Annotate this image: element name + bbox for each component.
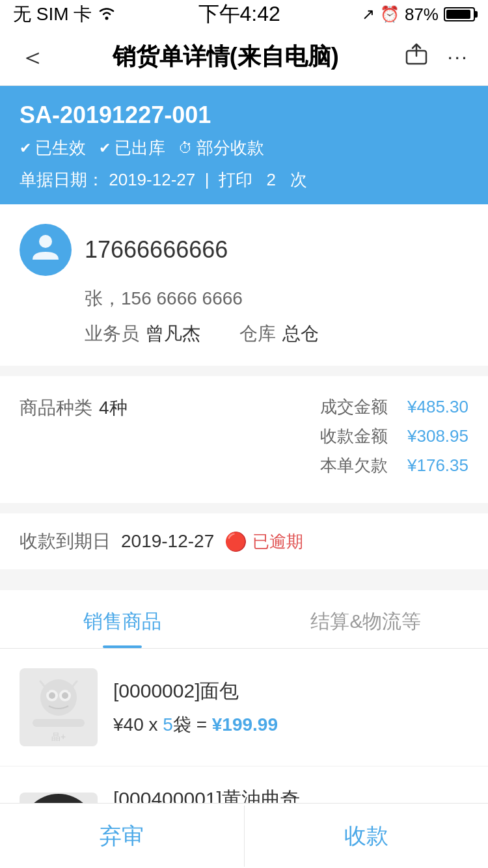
debt-row: 本单欠款 ¥176.35 bbox=[320, 454, 468, 477]
page-title: 销货单详情(来自电脑) bbox=[113, 41, 339, 73]
svg-point-3 bbox=[40, 679, 77, 716]
overdue-icon: 🔴 bbox=[224, 531, 247, 552]
received-value: ¥308.95 bbox=[407, 426, 468, 446]
deal-value: ¥485.30 bbox=[407, 397, 468, 417]
received-row: 收款金额 ¥308.95 bbox=[320, 425, 468, 448]
header-date-line: 单据日期： 2019-12-27 | 打印 2 次 bbox=[20, 169, 468, 191]
check-icon-2: ✔ bbox=[99, 140, 111, 157]
location-icon: ↗ bbox=[362, 5, 375, 23]
deal-label: 成交金额 bbox=[320, 396, 388, 418]
svg-point-6 bbox=[49, 692, 55, 699]
date-label: 单据日期： bbox=[20, 170, 104, 189]
customer-meta: 业务员 曾凡杰 仓库 总仓 bbox=[85, 321, 468, 346]
status-time: 下午4:42 bbox=[198, 0, 280, 29]
section-divider bbox=[0, 580, 488, 590]
sales-item: 业务员 曾凡杰 bbox=[85, 321, 200, 346]
battery-percent: 87% bbox=[405, 5, 439, 25]
due-section: 收款到期日 2019-12-27 🔴 已逾期 bbox=[0, 513, 488, 569]
check-icon-1: ✔ bbox=[20, 140, 31, 157]
badge-shipped: ✔ 已出库 bbox=[99, 137, 165, 159]
status-bar: 无 SIM 卡 下午4:42 ↗ ⏰ 87% bbox=[0, 0, 488, 29]
more-icon[interactable]: ··· bbox=[447, 45, 468, 69]
deal-row: 成交金额 ¥485.30 bbox=[320, 396, 468, 418]
tabs-row: 销售商品 结算&物流等 bbox=[0, 590, 488, 649]
list-item: 晶+ [0000002]面包 ¥40 x 5袋 = ¥199.99 bbox=[0, 649, 488, 766]
total-1: ¥199.99 bbox=[212, 714, 278, 735]
wifi-icon bbox=[97, 4, 116, 25]
order-id: SA-20191227-001 bbox=[20, 102, 468, 129]
person-icon bbox=[30, 231, 61, 269]
customer-section: 17666666666 张，156 6666 6666 业务员 曾凡杰 仓库 总… bbox=[0, 204, 488, 366]
status-indicators: ↗ ⏰ 87% bbox=[362, 5, 475, 25]
product-price-1: ¥40 x 5袋 = ¥199.99 bbox=[113, 712, 468, 737]
qty-1: 5 bbox=[163, 714, 173, 735]
alarm-icon: ⏰ bbox=[380, 5, 400, 23]
summary-right: 成交金额 ¥485.30 收款金额 ¥308.95 本单欠款 ¥176.35 bbox=[320, 396, 468, 483]
customer-sub: 张，156 6666 6666 bbox=[85, 286, 468, 311]
status-badges: ✔ 已生效 ✔ 已出库 ⏱ 部分收款 bbox=[20, 137, 468, 159]
customer-name: 17666666666 bbox=[85, 236, 228, 264]
back-button[interactable]: ＜ bbox=[20, 39, 46, 75]
print-count: 2 bbox=[267, 170, 276, 189]
cancel-button[interactable]: 弃审 bbox=[0, 806, 245, 867]
badge-effective: ✔ 已生效 bbox=[20, 137, 86, 159]
share-icon[interactable] bbox=[405, 43, 427, 71]
tab-sales-products[interactable]: 销售商品 bbox=[0, 590, 244, 648]
product-type-value: 4种 bbox=[99, 396, 128, 420]
battery-icon bbox=[444, 7, 475, 21]
summary-section: 商品种类 4种 成交金额 ¥485.30 收款金额 ¥308.95 本单欠款 ¥… bbox=[0, 376, 488, 503]
price-base-1: ¥40 bbox=[113, 714, 144, 735]
warehouse-label: 仓库 bbox=[239, 321, 276, 346]
nav-right-buttons: ··· bbox=[405, 43, 468, 71]
product-type-label: 商品种类 bbox=[20, 396, 92, 420]
print-label: 打印 bbox=[219, 170, 252, 189]
received-label: 收款金额 bbox=[320, 425, 388, 448]
overdue-badge: 🔴 已逾期 bbox=[224, 530, 303, 553]
product-type-item: 商品种类 4种 bbox=[20, 396, 128, 420]
debt-label: 本单欠款 bbox=[320, 454, 388, 477]
product-name-1: [0000002]面包 bbox=[113, 678, 468, 705]
print-unit: 次 bbox=[290, 170, 307, 189]
nav-bar: ＜ 销货单详情(来自电脑) ··· bbox=[0, 29, 488, 86]
product-info-1: [0000002]面包 ¥40 x 5袋 = ¥199.99 bbox=[113, 678, 468, 737]
order-date: 2019-12-27 bbox=[109, 170, 195, 189]
svg-point-2 bbox=[39, 235, 52, 248]
due-date: 2019-12-27 bbox=[121, 531, 214, 552]
svg-point-0 bbox=[105, 17, 109, 20]
product-thumb-1: 晶+ bbox=[20, 668, 98, 746]
header-banner: SA-20191227-001 ✔ 已生效 ✔ 已出库 ⏱ 部分收款 单据日期：… bbox=[0, 86, 488, 204]
clock-icon: ⏱ bbox=[178, 140, 193, 157]
badge-partial: ⏱ 部分收款 bbox=[178, 137, 264, 159]
overdue-text: 已逾期 bbox=[252, 530, 303, 553]
customer-main-row: 17666666666 bbox=[20, 224, 468, 276]
confirm-button[interactable]: 收款 bbox=[245, 806, 489, 867]
summary-left: 商品种类 4种 bbox=[20, 396, 128, 426]
due-label: 收款到期日 bbox=[20, 529, 111, 554]
svg-point-7 bbox=[62, 692, 68, 699]
bottom-bar: 弃审 收款 bbox=[0, 803, 488, 868]
debt-value: ¥176.35 bbox=[407, 455, 468, 476]
status-carrier: 无 SIM 卡 bbox=[13, 2, 116, 27]
svg-text:晶+: 晶+ bbox=[51, 731, 66, 742]
warehouse-item: 仓库 总仓 bbox=[239, 321, 319, 346]
warehouse-value: 总仓 bbox=[282, 321, 319, 346]
sales-label: 业务员 bbox=[85, 321, 139, 346]
tab-settlement[interactable]: 结算&物流等 bbox=[244, 590, 488, 648]
carrier-text: 无 SIM 卡 bbox=[13, 2, 92, 27]
tabs-section: 销售商品 结算&物流等 bbox=[0, 590, 488, 649]
sales-value: 曾凡杰 bbox=[146, 321, 200, 346]
svg-rect-8 bbox=[33, 719, 85, 727]
avatar bbox=[20, 224, 72, 276]
